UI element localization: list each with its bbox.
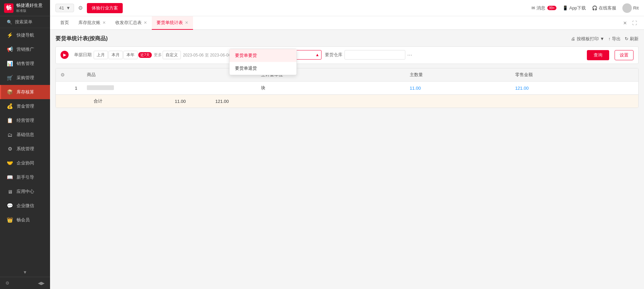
sidebar-item-basic[interactable]: 🗂 基础信息 [0, 128, 50, 142]
member-icon: 👑 [6, 217, 13, 223]
dropdown-item-return[interactable]: 要货单退货 [230, 62, 296, 75]
tab-goods-stat-label: 要货单统计表 [157, 20, 183, 26]
sidebar-item-sales[interactable]: 📊 销售管理 [0, 57, 50, 71]
dropdown-item-purchase[interactable]: 要货单要货 [230, 49, 296, 62]
quantity-link[interactable]: 11.00 [410, 86, 421, 91]
date-prev-month-btn[interactable]: 上月 [94, 51, 108, 59]
settings-gear-icon[interactable]: ⚙ [78, 5, 83, 11]
export-icon: ↑ [609, 36, 611, 41]
table-wrapper: ⚙ 商品 主计量单位 主数量 零售金额 1 [55, 68, 639, 108]
refresh-btn[interactable]: ↻ 刷新 [625, 36, 639, 42]
date-recent-badge[interactable]: 近7天 [138, 52, 152, 58]
finance-icon: 💰 [6, 103, 13, 110]
sidebar-item-label: 企业微信 [17, 203, 34, 209]
online-service-icon: 🎧 [592, 5, 597, 10]
table-header-quantity: 主数量 [406, 68, 511, 82]
sidebar-item-inventory[interactable]: 📦 库存核算 [0, 85, 50, 99]
date-this-year-btn[interactable]: 本年 [123, 51, 138, 59]
sidebar-item-system[interactable]: ⚙ 系统管理 [0, 142, 50, 156]
sidebar-item-guide[interactable]: 📖 新手引导 [0, 170, 50, 184]
tab-home-label: 首页 [60, 20, 69, 26]
top-bar-right: ✉ 消息 99+ 📱 App下载 🎧 在线客服 Rit [531, 3, 639, 13]
sidebar-item-quick-nav[interactable]: ⚡ 快捷导航 [0, 28, 50, 42]
sidebar-item-label: 快捷导航 [17, 32, 34, 38]
sidebar-item-purchase[interactable]: 🛒 采购管理 [0, 71, 50, 85]
app-download-action[interactable]: 📱 App下载 [563, 5, 586, 11]
search-menu[interactable]: 🔍 搜索菜单 [0, 16, 50, 28]
table-footer: 合计 11.00 121.00 [56, 94, 638, 108]
footer-amount: 121.00 [195, 99, 236, 104]
tab-collect-summary-close[interactable]: ✕ [144, 20, 147, 25]
marketing-icon: 📢 [6, 46, 13, 53]
main-content: 41 ▼ ⚙ 体验行业方案 ✉ 消息 99+ 📱 App下载 🎧 在线客服 R [50, 0, 644, 289]
sidebar-item-label: 经营管理 [17, 117, 34, 124]
message-action[interactable]: ✉ 消息 99+ [531, 5, 556, 11]
query-button[interactable]: 查询 [587, 50, 609, 60]
page-header: 要货单统计表(按商品) 🖨 按模板打印 ▼ ↑ 导出 ↻ 刷新 [55, 35, 639, 42]
tab-close-all-icon[interactable]: ✕ [621, 19, 629, 27]
sidebar-item-finance[interactable]: 💰 资金管理 [0, 99, 50, 113]
sidebar-item-label: 销售管理 [17, 61, 34, 67]
filter-bar: ▶ 单据日期 上月 本月 本年 近7天 更多 自定义 2023-05-06 至 … [55, 46, 639, 64]
date-buttons: 上月 本月 本年 近7天 更多 自定义 [94, 51, 181, 59]
print-chevron: ▼ [600, 36, 604, 41]
sidebar-item-app[interactable]: 🖥 应用中心 [0, 184, 50, 199]
refresh-icon: ↻ [625, 36, 628, 41]
date-custom-btn[interactable]: 自定义 [163, 51, 181, 59]
purchase-icon: 🛒 [6, 74, 13, 81]
trial-button[interactable]: 体验行业方案 [87, 3, 123, 13]
table-settings-icon[interactable]: ⚙ [60, 72, 65, 77]
table-header-settings: ⚙ [56, 68, 69, 82]
search-icon: 🔍 [7, 20, 12, 25]
message-icon: ✉ [531, 5, 535, 10]
export-label: 导出 [612, 36, 621, 42]
sidebar-item-member[interactable]: 👑 畅会员 [0, 213, 50, 227]
tab-collect-summary[interactable]: 收发存汇总表 ✕ [111, 16, 152, 30]
sidebar-item-operation[interactable]: 📋 经营管理 [0, 113, 50, 128]
setting-button[interactable]: 设置 [615, 50, 634, 60]
tab-end-buttons: ✕ ⛶ [621, 19, 639, 27]
page-actions: 🖨 按模板打印 ▼ ↑ 导出 ↻ 刷新 [571, 36, 639, 42]
table-cell-product [83, 82, 257, 95]
online-service-action[interactable]: 🎧 在线客服 [592, 5, 616, 11]
collapse-icon[interactable]: ◀▶ [38, 281, 45, 286]
table-cell-index: 1 [69, 82, 83, 95]
expand-filter-btn[interactable]: ▶ [61, 51, 69, 59]
settings-icon[interactable]: ⚙ [5, 281, 9, 286]
brand-logo: 畅 畅捷通好生意 标准版 [0, 0, 50, 16]
print-template-btn[interactable]: 🖨 按模板打印 ▼ [571, 36, 604, 42]
table-header-amount: 零售金额 [511, 68, 638, 82]
sidebar-scroll-down[interactable]: ▼ [0, 267, 50, 277]
warehouse-label: 要货仓库 [325, 52, 342, 58]
tab-inventory-batch-label: 库存批次账 [78, 20, 100, 26]
sidebar-item-wechat[interactable]: 💬 企业微信 [0, 199, 50, 213]
system-icon: ⚙ [6, 146, 13, 152]
sidebar-item-label: 新手引导 [17, 174, 34, 180]
date-more-label: 更多 [154, 52, 162, 58]
sidebar-item-marketing[interactable]: 📢 营销推广 [0, 42, 50, 57]
inventory-icon: 📦 [6, 89, 13, 95]
message-badge: 99+ [547, 6, 556, 10]
brand-name: 畅捷通好生意 [16, 3, 43, 8]
page-area: 要货单统计表(按商品) 🖨 按模板打印 ▼ ↑ 导出 ↻ 刷新 ▶ [50, 30, 644, 289]
tab-expand-icon[interactable]: ⛶ [630, 19, 639, 27]
footer-quantity: 11.00 [154, 99, 195, 104]
date-this-month-btn[interactable]: 本月 [109, 51, 123, 59]
user-avatar [622, 3, 632, 13]
tab-inventory-batch[interactable]: 库存批次账 ✕ [74, 16, 111, 30]
amount-link[interactable]: 121.00 [515, 86, 529, 91]
warehouse-input[interactable] [344, 50, 405, 60]
sidebar-item-label: 营销推广 [17, 46, 34, 52]
tab-goods-stat[interactable]: 要货单统计表 ✕ [152, 16, 193, 30]
store-selector[interactable]: 41 ▼ [55, 4, 74, 12]
tab-home[interactable]: 首页 [55, 16, 74, 30]
collab-icon: 🤝 [6, 160, 13, 166]
user-avatar-area[interactable]: Rit [622, 3, 639, 13]
sidebar-item-label: 库存核算 [17, 89, 34, 95]
tab-goods-stat-close[interactable]: ✕ [185, 20, 188, 25]
sidebar-item-collab[interactable]: 🤝 企业协同 [0, 156, 50, 170]
tab-inventory-batch-close[interactable]: ✕ [102, 20, 106, 25]
filter-more-icon[interactable]: ··· [407, 52, 412, 58]
table-row: 1 块 11.00 121.00 [56, 82, 638, 95]
export-btn[interactable]: ↑ 导出 [609, 36, 621, 42]
